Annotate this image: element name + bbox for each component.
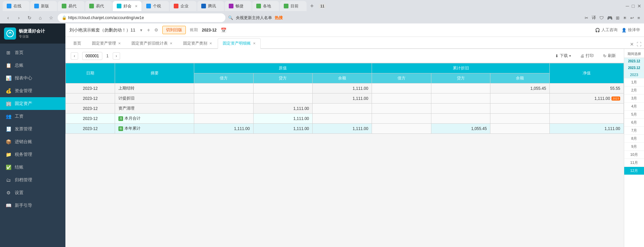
calendar-icon[interactable]: 📅: [221, 27, 226, 33]
sidebar-item-archive[interactable]: 🗂 归档管理: [0, 174, 65, 186]
sidebar-item-fixed-assets[interactable]: 🏢 固定资产: [0, 97, 65, 110]
tab-yidai1[interactable]: 易代: [58, 1, 85, 11]
sidebar-item-reports-label: 报表中心: [15, 75, 32, 81]
home-button[interactable]: ⌂: [36, 14, 44, 22]
tab-haohui[interactable]: 好会 ✕: [113, 1, 142, 11]
tab-asset-category[interactable]: 固定资产类别 ✕: [178, 38, 217, 48]
close-icon[interactable]: ✕: [637, 3, 641, 9]
tab-close-depreciation-stats[interactable]: ✕: [170, 42, 172, 45]
grid-icon[interactable]: ⊞: [616, 15, 620, 20]
sidebar-item-closing[interactable]: ✅ 结账: [0, 161, 65, 174]
tab-changjie[interactable]: 畅捷: [225, 1, 252, 11]
back-button[interactable]: ‹: [4, 14, 12, 22]
sun-icon[interactable]: ☀: [623, 15, 627, 20]
period-month-6[interactable]: 6月: [624, 119, 644, 127]
undo-icon[interactable]: ↩: [630, 15, 634, 20]
tab-fixed-assets-management[interactable]: 固定资产管理 ✕: [87, 38, 126, 48]
tab-asset-detail-ledger[interactable]: 固定资产明细账 ✕: [218, 38, 261, 49]
th-orig-credit: 贷方: [253, 73, 313, 83]
sidebar-item-guide[interactable]: 📖 新手引导: [0, 199, 65, 212]
period-month-2[interactable]: 2月: [624, 86, 644, 95]
refresh-button[interactable]: ↻ 刷新: [600, 52, 619, 60]
sidebar-item-inventory[interactable]: 📦 进销台账: [0, 135, 65, 148]
print-button[interactable]: 🖨 打印: [578, 52, 596, 60]
th-date: 日期: [66, 63, 115, 83]
cell-dep-credit: [431, 83, 490, 94]
sidebar-item-settings[interactable]: ⚙ 设置: [0, 186, 65, 199]
sidebar-app-version: 专业版: [19, 34, 45, 39]
period-end-date[interactable]: 2023.12: [624, 65, 644, 71]
dropdown-icon[interactable]: ▼: [139, 28, 143, 32]
tab-depreciation-stats-label: 固定资产折旧统计表: [131, 41, 168, 46]
support-button[interactable]: 🎧 人工咨询: [595, 27, 618, 33]
prev-page-button[interactable]: ‹: [71, 52, 78, 60]
cell-orig-balance: 1,111.00: [313, 83, 372, 94]
period-month-8[interactable]: 8月: [624, 135, 644, 143]
user-button[interactable]: 👤 徐泽华: [622, 27, 640, 33]
tab-close-asset-category[interactable]: ✕: [209, 42, 212, 45]
tab-tengxun[interactable]: 腾讯: [197, 1, 224, 11]
cell-orig-balance: [313, 114, 372, 124]
sidebar-item-reports[interactable]: 📊 报表中心: [0, 72, 65, 84]
sidebar-item-general-ledger[interactable]: 📋 总账: [0, 59, 65, 72]
tab-close-asset-detail-ledger[interactable]: ✕: [253, 42, 256, 45]
sidebar-item-tax[interactable]: 📁 税务管理: [0, 148, 65, 161]
minimize-icon[interactable]: ─: [626, 3, 629, 9]
sidebar-item-home[interactable]: ⊞ 首页: [0, 46, 65, 59]
menu-icon[interactable]: ≡: [637, 15, 640, 20]
period-month-12[interactable]: 12月: [624, 167, 644, 175]
tab-depreciation-stats[interactable]: 固定资产折旧统计表 ✕: [126, 38, 177, 48]
reload-button[interactable]: ↻: [25, 14, 34, 22]
cell-net-value: 1,111.002023: [550, 94, 624, 104]
sidebar-item-funds[interactable]: 💰 资金管理: [0, 84, 65, 97]
cell-dep-debit: [372, 114, 431, 124]
period-month-5[interactable]: 5月: [624, 111, 644, 119]
sidebar-header: 畅捷通好会计 专业版: [0, 23, 65, 44]
add-account-button[interactable]: +: [147, 27, 150, 33]
translate-icon[interactable]: 译: [592, 15, 596, 21]
address-input[interactable]: 🔒 https://cloud.chanjet.com/accounting/u…: [58, 13, 225, 22]
tab-muqian[interactable]: 目前: [280, 1, 307, 11]
table-row-total: 2023-12 年本年累计 1,111.00 1,111.00 1,111.00…: [66, 124, 624, 134]
game-icon[interactable]: 🎮: [607, 15, 612, 20]
tab-online[interactable]: 在线: [3, 1, 30, 11]
period-month-3[interactable]: 3月: [624, 95, 644, 103]
switch-version-button[interactable]: 切到旧版: [162, 26, 186, 34]
expand-icon[interactable]: ⛶: [637, 42, 641, 47]
shield-icon[interactable]: 🛡: [599, 15, 604, 20]
maximize-icon[interactable]: □: [632, 3, 635, 9]
period-month-1[interactable]: 1月: [624, 78, 644, 86]
page-number-input[interactable]: [82, 52, 102, 60]
cell-summary: 上期结转: [115, 83, 194, 94]
tab-gedi[interactable]: 各地: [252, 1, 279, 11]
tab-home[interactable]: 首页: [68, 38, 86, 48]
period-month-4[interactable]: 4月: [624, 103, 644, 111]
period-start-date[interactable]: 2023.12: [624, 58, 644, 65]
th-accumulated-depreciation: 累计折旧: [372, 63, 549, 73]
cell-orig-balance: [313, 104, 372, 114]
download-button[interactable]: ⬇ 下载 ▾: [552, 52, 574, 60]
period-month-7[interactable]: 7月: [624, 127, 644, 135]
settings-account-icon[interactable]: ⚙: [154, 27, 158, 33]
period-year-2023[interactable]: 2023: [624, 71, 644, 78]
tab-new[interactable]: 新版: [30, 1, 57, 11]
cell-orig-balance: 1,111.00: [313, 124, 372, 134]
tab-close-haohui[interactable]: ✕: [135, 4, 138, 8]
invoice-icon: 🧾: [5, 126, 11, 132]
tab-close-fixed-assets-management[interactable]: ✕: [118, 42, 121, 45]
forward-button[interactable]: ›: [15, 14, 23, 22]
period-month-10[interactable]: 10月: [624, 151, 644, 159]
bookmark-button[interactable]: ☆: [47, 14, 55, 22]
tab-qiye[interactable]: 企业: [170, 1, 197, 11]
tab-yidai2[interactable]: 易代: [85, 1, 112, 11]
cut-icon[interactable]: ✂: [585, 15, 588, 20]
tab-bar: 在线 新版 易代 易代 好会 ✕ 个税 企业 腾讯: [0, 0, 644, 12]
sidebar-item-payroll[interactable]: 👥 工资: [0, 110, 65, 123]
sidebar-item-invoices[interactable]: 🧾 发票管理: [0, 123, 65, 135]
period-month-9[interactable]: 9月: [624, 143, 644, 151]
period-month-11[interactable]: 11月: [624, 159, 644, 167]
next-page-button[interactable]: ›: [113, 52, 120, 60]
new-tab-button[interactable]: +: [307, 1, 317, 11]
collapse-icon[interactable]: ✕: [630, 42, 634, 47]
tab-geshui[interactable]: 个税: [142, 1, 169, 11]
